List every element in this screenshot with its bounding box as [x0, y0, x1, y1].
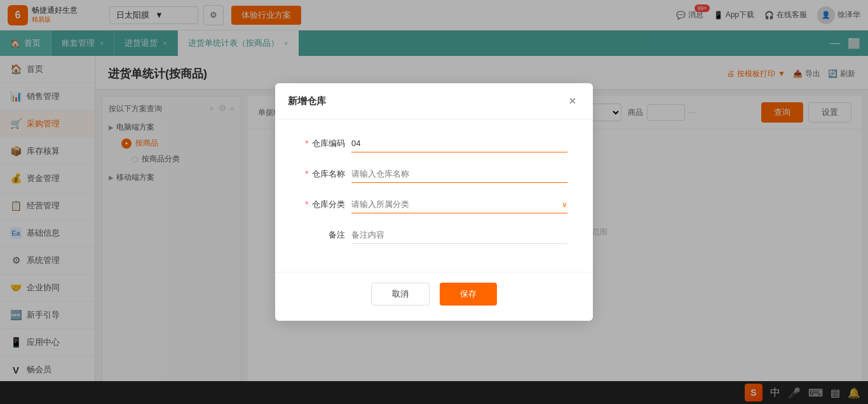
note-input[interactable] [351, 226, 567, 244]
warehouse-code-input[interactable] [351, 135, 567, 152]
modal-new-warehouse: 新增仓库 × * 仓库编码 * 仓库名称 [275, 83, 593, 321]
category-label: * 仓库分类 [301, 199, 345, 210]
cancel-button[interactable]: 取消 [371, 283, 430, 306]
form-row-category: * 仓库分类 ∨ [301, 196, 567, 213]
required-star: * [305, 138, 308, 148]
modal-close-button[interactable]: × [565, 93, 580, 109]
required-star-category: * [305, 199, 308, 209]
select-arrow-icon: ∨ [562, 200, 567, 209]
modal-header: 新增仓库 × [275, 83, 593, 119]
form-row-note: 备注 [301, 226, 567, 244]
modal-footer: 取消 保存 [275, 273, 593, 321]
modal-overlay[interactable]: 新增仓库 × * 仓库编码 * 仓库名称 [0, 0, 868, 404]
code-label: * 仓库编码 [301, 138, 345, 149]
note-label: 备注 [301, 229, 345, 241]
required-star-name: * [305, 169, 308, 178]
name-label: * 仓库名称 [301, 168, 345, 180]
warehouse-name-input[interactable] [351, 165, 567, 183]
form-row-code: * 仓库编码 [301, 135, 567, 152]
category-select-wrap: ∨ [351, 196, 567, 213]
save-button[interactable]: 保存 [440, 283, 497, 306]
category-select-input[interactable] [351, 196, 562, 213]
form-row-name: * 仓库名称 [301, 165, 567, 183]
modal-title: 新增仓库 [288, 95, 326, 107]
modal-body: * 仓库编码 * 仓库名称 * 仓库分类 [275, 119, 593, 272]
